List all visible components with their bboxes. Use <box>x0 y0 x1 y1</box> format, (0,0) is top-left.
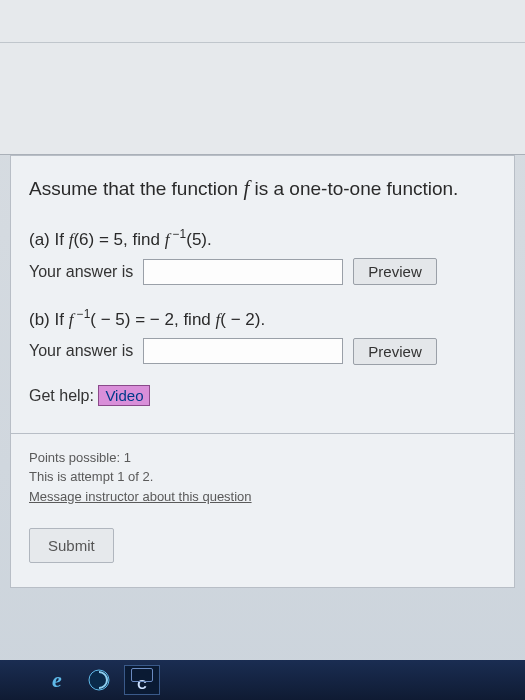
submit-button[interactable]: Submit <box>29 528 114 563</box>
answer-label-a: Your answer is <box>29 263 133 281</box>
part-b-statement: (b) If f −1( − 5) = − 2, find f( − 2). <box>29 307 496 330</box>
message-instructor-link[interactable]: Message instructor about this question <box>29 489 252 504</box>
logitech-icon[interactable] <box>82 665 116 695</box>
get-help-row: Get help: Video <box>29 387 496 405</box>
part-b: (b) If f −1( − 5) = − 2, find f( − 2). Y… <box>29 307 496 365</box>
video-link[interactable]: Video <box>98 385 150 406</box>
c-app-icon[interactable]: C <box>124 665 160 695</box>
prompt-text-pre: Assume that the function <box>29 178 243 199</box>
question-meta: Points possible: 1 This is attempt 1 of … <box>29 448 496 507</box>
part-a-statement: (a) If f(6) = 5, find f −1(5). <box>29 227 496 250</box>
get-help-label: Get help: <box>29 387 94 404</box>
points-possible: Points possible: 1 <box>29 448 496 468</box>
divider <box>11 433 514 434</box>
attempt-info: This is attempt 1 of 2. <box>29 467 496 487</box>
taskbar: e C <box>0 660 525 700</box>
prompt-text-post: is a one-to-one function. <box>249 178 458 199</box>
part-b-answer-row: Your answer is Preview <box>29 338 496 365</box>
internet-explorer-icon[interactable]: e <box>40 665 74 695</box>
question-card: Assume that the function f is a one-to-o… <box>10 155 515 588</box>
answer-label-b: Your answer is <box>29 342 133 360</box>
page-header-region <box>0 0 525 155</box>
part-a-answer-row: Your answer is Preview <box>29 258 496 285</box>
preview-button-b[interactable]: Preview <box>353 338 436 365</box>
answer-input-a[interactable] <box>143 259 343 285</box>
preview-button-a[interactable]: Preview <box>353 258 436 285</box>
swirl-icon <box>87 668 111 692</box>
part-a: (a) If f(6) = 5, find f −1(5). Your answ… <box>29 227 496 285</box>
answer-input-b[interactable] <box>143 338 343 364</box>
question-prompt: Assume that the function f is a one-to-o… <box>29 174 496 203</box>
